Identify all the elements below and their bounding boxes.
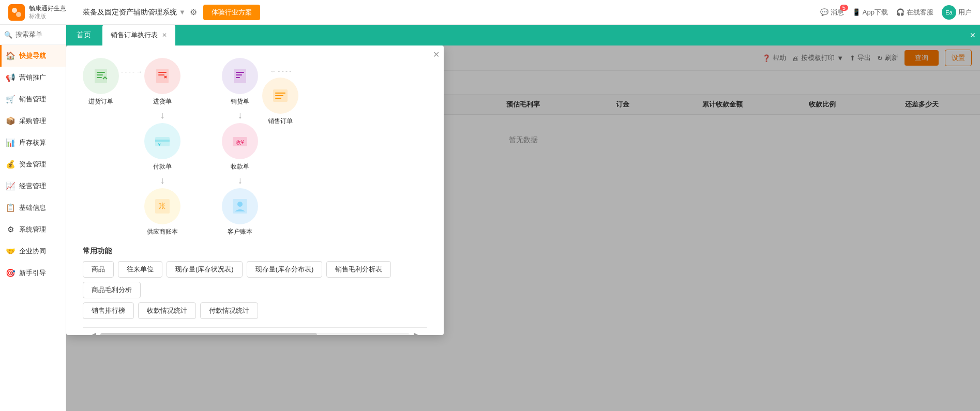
quick-nav-icon: 🏠 xyxy=(6,51,15,60)
online-service-label: 在线客服 xyxy=(907,8,933,17)
tab-bar-close-icon[interactable]: ✕ xyxy=(970,31,976,39)
flow-customer-account[interactable]: 客户账本 xyxy=(222,188,258,236)
arrow-sales-to-receipt: ↓ xyxy=(238,110,243,121)
svg-rect-16 xyxy=(236,74,242,75)
sales-order-item-label: 销售订单 xyxy=(268,117,293,126)
sales-icon: 🛒 xyxy=(6,95,15,104)
operations-icon: 📈 xyxy=(6,181,15,191)
flow-purchase-order[interactable]: 进货订单 xyxy=(83,58,119,106)
col-sales-bill: 销货单 ↓ 收¥ xyxy=(222,58,258,238)
finance-icon: 💰 xyxy=(6,160,15,169)
func-btn-receipt-stats[interactable]: 收款情况统计 xyxy=(138,302,196,319)
func-btn-partner[interactable]: 往来单位 xyxy=(118,261,162,278)
search-menu-btn[interactable]: 🔍 搜索菜单 xyxy=(0,25,66,45)
logo-text: 畅康通好生意 标准版 xyxy=(29,5,66,20)
top-bar: 畅康通好生意 标准版 装备及固定资产辅助管理系统 ▼ ⚙ 体验行业方案 💬 消息… xyxy=(0,0,980,25)
purchase-bill-circle xyxy=(144,58,180,94)
top-right: 💬 消息 5 📱 App下载 🎧 在线客服 Ea 用户 xyxy=(820,5,972,20)
app-container: 畅康通好生意 标准版 装备及固定资产辅助管理系统 ▼ ⚙ 体验行业方案 💬 消息… xyxy=(0,0,980,411)
svg-text:¥: ¥ xyxy=(158,142,161,147)
avatar: Ea xyxy=(942,5,956,20)
scroll-right-btn[interactable]: ▶ xyxy=(414,331,419,335)
content-body: ❓ 帮助 🖨 按模板打印 ▼ ⬆ 导出 xyxy=(66,45,980,411)
flow-sales-order-item[interactable]: 销售订单 xyxy=(262,78,298,126)
func-btn-product[interactable]: 商品 xyxy=(83,261,114,278)
func-btn-sales-rank[interactable]: 销售排行榜 xyxy=(83,302,134,319)
func-btn-stock-dist[interactable]: 现存量(库存分布表) xyxy=(247,261,323,278)
customer-circle xyxy=(222,188,258,224)
func-btn-sales-profit[interactable]: 销售毛利分析表 xyxy=(326,261,391,278)
purchase-order-circle xyxy=(83,58,119,94)
sidebar-item-inventory[interactable]: 📊 库存核算 xyxy=(0,132,66,154)
func-btn-stock-status[interactable]: 现存量(库存状况表) xyxy=(167,261,243,278)
logo-line2: 标准版 xyxy=(29,12,66,20)
svg-point-1 xyxy=(16,12,21,17)
message-badge: 5 xyxy=(840,5,848,11)
svg-point-0 xyxy=(12,8,17,13)
svg-rect-23 xyxy=(275,93,285,94)
sidebar-item-quick-nav[interactable]: 🏠 快捷导航 xyxy=(0,45,66,67)
logo-area: 畅康通好生意 标准版 xyxy=(8,4,74,21)
dropdown-arrow-icon[interactable]: ▼ xyxy=(179,8,186,16)
arrow-purchase-to-bill: - - - - → xyxy=(119,68,144,75)
logo-line1: 畅康通好生意 xyxy=(29,5,66,13)
message-btn[interactable]: 💬 消息 5 xyxy=(820,8,844,17)
sidebar-item-label: 营销推广 xyxy=(19,73,46,82)
sidebar-item-sales[interactable]: 🛒 销售管理 xyxy=(0,88,66,110)
online-service-btn[interactable]: 🎧 在线客服 xyxy=(896,8,933,17)
app-download-btn[interactable]: 📱 App下载 xyxy=(852,8,888,17)
settings-icon[interactable]: ⚙ xyxy=(190,7,197,17)
sidebar-item-marketing[interactable]: 📢 营销推广 xyxy=(0,67,66,88)
sidebar-item-purchase[interactable]: 📦 采购管理 xyxy=(0,110,66,132)
flow-receipt[interactable]: 收¥ 收款单 xyxy=(222,123,258,171)
sidebar-item-basic-info[interactable]: 📋 基础信息 xyxy=(0,197,66,219)
svg-rect-5 xyxy=(97,77,102,78)
func-btns-row2: 销售排行榜 收款情况统计 付款情况统计 xyxy=(83,302,427,319)
scroll-left-btn[interactable]: ◀ xyxy=(91,331,96,335)
sidebar-item-system[interactable]: ⚙ 系统管理 xyxy=(0,219,66,240)
func-btn-product-profit[interactable]: 商品毛利分析 xyxy=(83,282,141,298)
svg-text:收¥: 收¥ xyxy=(236,140,244,145)
app-download-label: App下载 xyxy=(863,8,888,17)
search-menu-label: 搜索菜单 xyxy=(16,30,42,39)
svg-rect-17 xyxy=(236,77,240,78)
experience-btn[interactable]: 体验行业方案 xyxy=(203,5,260,20)
svg-rect-4 xyxy=(97,74,103,75)
sidebar-item-label: 资金管理 xyxy=(19,160,46,169)
headset-icon: 🎧 xyxy=(896,8,904,16)
sales-bill-circle xyxy=(222,58,258,94)
sidebar-item-guide[interactable]: 🎯 新手引导 xyxy=(0,262,66,284)
search-icon: 🔍 xyxy=(4,31,12,39)
flow-supplier-account[interactable]: 账 供应商账本 xyxy=(144,188,180,236)
user-btn[interactable]: Ea 用户 xyxy=(942,5,972,20)
arrow-order-to-sales: - - - - → xyxy=(268,68,293,75)
func-btn-payment-stats[interactable]: 付款情况统计 xyxy=(200,302,258,319)
modal: ✕ xyxy=(66,45,444,335)
supplier-account-label: 供应商账本 xyxy=(147,227,178,236)
modal-overlay: ✕ xyxy=(66,45,980,411)
tab-bar: 首页 销售订单执行表 ✕ ✕ xyxy=(66,25,980,45)
scroll-thumb[interactable] xyxy=(100,333,317,336)
sidebar-item-finance[interactable]: 💰 资金管理 xyxy=(0,154,66,175)
sidebar-item-label: 新手引导 xyxy=(19,268,46,278)
main-area: 🔍 搜索菜单 🏠 快捷导航 📢 营销推广 🛒 销售管理 📦 采购管理 📊 xyxy=(0,25,980,411)
modal-close-btn[interactable]: ✕ xyxy=(433,50,440,59)
flow-sales-bill[interactable]: 销货单 xyxy=(222,58,258,106)
svg-rect-14 xyxy=(234,69,246,83)
arrow-bill-to-payment: ↓ xyxy=(160,110,165,121)
inventory-icon: 📊 xyxy=(6,138,15,147)
tab-close-icon[interactable]: ✕ xyxy=(162,32,167,39)
scroll-track xyxy=(100,333,410,336)
sidebar-item-label: 基础信息 xyxy=(19,203,46,212)
sidebar-item-operations[interactable]: 📈 经营管理 xyxy=(0,175,66,197)
payment-label: 付款单 xyxy=(153,162,172,171)
sidebar-item-label: 系统管理 xyxy=(19,225,46,234)
sidebar-item-label: 快捷导航 xyxy=(19,51,46,60)
sidebar-item-enterprise[interactable]: 🤝 企业协同 xyxy=(0,240,66,262)
tab-home[interactable]: 首页 xyxy=(66,25,101,45)
tab-sales-order[interactable]: 销售订单执行表 ✕ xyxy=(102,25,175,45)
flow-purchase-bill[interactable]: 进货单 xyxy=(144,58,180,106)
arrow-receipt-to-customer: ↓ xyxy=(238,175,243,186)
receipt-circle: 收¥ xyxy=(222,123,258,159)
flow-payment[interactable]: ¥ 付款单 xyxy=(144,123,180,171)
